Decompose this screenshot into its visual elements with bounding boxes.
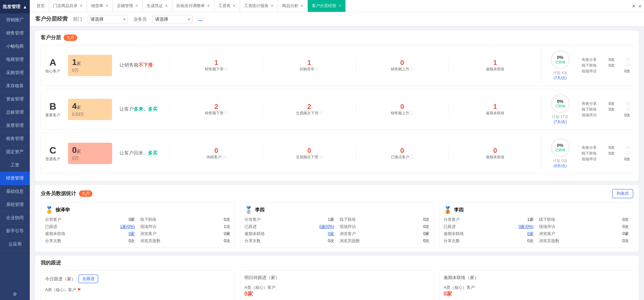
filter-bar: 客户分层经营 部门 请选择 业务员 请选择 ... — [30, 12, 644, 26]
tab-payroll[interactable]: 工资表 ✕ — [214, 0, 240, 12]
sidebar-item-marketing[interactable]: 营销推广 — [0, 14, 30, 27]
tier-a-stat-1: 1 销售额下滑 ⓘ — [170, 57, 263, 73]
sidebar: 批发管理 ▲ 营销推广 销售管理 小畅电商 电商管理 采购管理 库存核算 资金管… — [0, 0, 30, 300]
staff-stat-row: 浏览客户 0家 — [140, 231, 230, 237]
staff-stat-row: 分享次数 0次 — [45, 238, 135, 244]
tab-voucher[interactable]: 生成凭证 ✕ — [143, 0, 172, 12]
sidebar-item-inventory[interactable]: 库存核算 — [0, 79, 30, 93]
tab-sales-order[interactable]: 销货单 ✕ — [87, 0, 113, 12]
tab-close-sales-order[interactable]: ✕ — [105, 4, 108, 8]
tier-a-stat-3: 0 销售额上升 ⓘ — [356, 57, 449, 73]
staff-name-2: 🥈 李四 — [244, 206, 430, 214]
tab-product-analysis[interactable]: 商品分析 ✕ — [278, 0, 308, 12]
staff-label: 业务员 — [133, 16, 147, 22]
tab-payroll-report[interactable]: 工资统计报表 ✕ — [240, 0, 278, 12]
sidebar-item-management[interactable]: 经营管理 — [0, 172, 30, 185]
staff-medal-1: 🥇 — [45, 206, 53, 214]
tab-close-ar[interactable]: ✕ — [207, 4, 210, 8]
sidebar-item-basic[interactable]: 基础信息 — [0, 185, 30, 198]
tab-close-payroll[interactable]: ✕ — [233, 4, 236, 8]
tier-c-slogan: 让客户回来、多买 — [115, 150, 170, 156]
followup-grid: 今日跟进（家） 去跟进 A类（核心）客户 ⚑ 明日待跟进（家） A类（核心）客户… — [41, 270, 633, 300]
staff-stats-grid-3: 分管客户 1家 线下联络 0次 已跟进 0家(0%) 现场拜访 — [444, 217, 629, 244]
sidebar-item-cloud[interactable]: 云应用 — [0, 238, 30, 251]
tabs-actions: ✕ ≡ — [632, 3, 641, 9]
sidebar-item-system[interactable]: 系统管理 — [0, 198, 30, 211]
staff-name-1: 🥇 徐泽华 — [45, 206, 230, 214]
staff-stat-row: 分管客户 0家 — [45, 217, 135, 223]
staff-medal-2: 🥈 — [244, 206, 253, 214]
staff-select-wrap: 请选择 — [152, 15, 193, 23]
staff-stat-row: 线下联络 0次 — [140, 217, 230, 223]
page-title: 客户分层经营 — [35, 16, 68, 23]
sidebar-item-enterprise[interactable]: 企业协同 — [0, 211, 30, 225]
main-area: 首页 门店商品目录 ✕ 销货单 ✕ 店铺管理 ✕ 生成凭证 ✕ 应收应付调整单 … — [30, 0, 644, 300]
sidebar-item-small-ecommerce[interactable]: 小畅电商 — [0, 40, 30, 53]
tomorrow-count: 0家 — [244, 291, 430, 298]
tier-b-stat-1: 2 销售额下滑 ⓘ — [170, 101, 263, 117]
staff-name-3: 🥉 李四 — [444, 206, 629, 214]
dept-label: 部门 — [73, 16, 82, 22]
staff-grid: 🥇 徐泽华 分管客户 0家 线下联络 0次 已跟进 — [41, 202, 633, 248]
sidebar-item-hr[interactable]: 工资 — [0, 159, 30, 172]
followup-title: 我的跟进 — [41, 260, 633, 266]
staff-stats-header: 业务员数据统计 九月 列表式 — [41, 189, 633, 198]
tab-close-voucher[interactable]: ✕ — [165, 4, 168, 8]
sidebar-expand-icon[interactable]: ▲ — [23, 4, 27, 9]
sidebar-item-sales[interactable]: 销售管理 — [0, 27, 30, 40]
tier-a-stat-2: 1 回购异常 ⓘ — [263, 57, 356, 73]
tab-customer-tier[interactable]: 客户分层经营 ✕ — [308, 0, 346, 12]
tab-close-customer-tier[interactable]: ✕ — [338, 4, 341, 8]
sidebar-item-invoice[interactable]: 发票管理 — [0, 119, 30, 132]
sidebar-title: 批发管理 — [3, 4, 20, 10]
sidebar-item-finance[interactable]: 资金管理 — [0, 93, 30, 106]
tier-c-stat-4: 0 逾期未联络 — [449, 145, 542, 161]
sidebar-item-guide[interactable]: 新手引导 — [0, 225, 30, 238]
tab-close-product-analysis[interactable]: ✕ — [300, 4, 303, 8]
sidebar-item-ecommerce[interactable]: 电商管理 — [0, 53, 30, 66]
sidebar-item-assets[interactable]: 固定资产 — [0, 145, 30, 159]
tier-a-slogan: 让销售额不下滑 — [115, 62, 170, 68]
gear-icon: ⚙ — [13, 292, 17, 297]
today-followup-label: 今日跟进（家） — [45, 276, 76, 282]
tier-c-right-stats: 有效分享0次ⓘ 线下联络0次ⓘ 现场拜访0次 — [579, 144, 633, 163]
followup-today: 今日跟进（家） 去跟进 A类（核心）客户 ⚑ — [41, 270, 235, 300]
tier-c-stat-1: 0 休眠客户 ⓘ — [170, 145, 263, 161]
sidebar-item-general[interactable]: 总账管理 — [0, 106, 30, 119]
tier-b-count: 4家 0.53万 — [68, 99, 112, 120]
sidebar-item-tax[interactable]: 税务管理 — [0, 132, 30, 145]
goto-followup-button[interactable]: 去跟进 — [79, 275, 98, 283]
tab-close-store-products[interactable]: ✕ — [80, 4, 83, 8]
staff-stats-month: 九月 — [79, 190, 92, 197]
tab-home[interactable]: 首页 — [33, 0, 49, 12]
staff-stat-row: 已跟进 1家(0%) — [45, 224, 135, 230]
close-all-icon[interactable]: ✕ — [632, 3, 636, 9]
tab-close-store-mgmt[interactable]: ✕ — [135, 4, 138, 8]
followup-overdue: 逾期未联络（家） A类（核心）客户 0家 — [439, 270, 633, 300]
tab-ar[interactable]: 应收应付调整单 ✕ — [172, 0, 214, 12]
tier-b-stat-4: 1 逾期未联络 — [449, 101, 542, 117]
more-filters-btn[interactable]: ... — [198, 16, 202, 22]
tier-c-stat-2: 0 交易频次下滑 ⓘ — [263, 145, 356, 161]
tier-b-label: B 重要客户 — [41, 101, 65, 118]
staff-stats-section: 业务员数据统计 九月 列表式 🥇 徐泽华 分管客户 0家 — [35, 185, 639, 252]
sidebar-settings[interactable]: ⚙ — [0, 288, 30, 300]
list-view-button[interactable]: 列表式 — [612, 189, 633, 198]
today-followup-customer-type: A类（核心）客户 ⚑ — [45, 286, 230, 293]
staff-stats-grid-1: 分管客户 0家 线下联络 0次 已跟进 1家(0%) 现场拜访 — [45, 217, 230, 244]
tier-row-a: A 核心客户 1家 0万 让销售额不下滑 1 销售额下滑 ⓘ 1 回购异常 ⓘ — [41, 45, 633, 86]
tabs-more-icon[interactable]: ≡ — [639, 3, 641, 9]
tab-close-payroll-report[interactable]: ✕ — [271, 4, 274, 8]
staff-stats-grid-2: 分管客户 1家 线下联络 0次 已跟进 0家(0%) 现场拜访 — [244, 217, 430, 244]
staff-select[interactable]: 请选择 — [152, 15, 193, 23]
tab-store-products[interactable]: 门店商品目录 ✕ — [49, 0, 87, 12]
sidebar-item-purchase[interactable]: 采购管理 — [0, 66, 30, 79]
tier-b-slogan: 让客户多来、多买 — [115, 106, 170, 112]
staff-stat-row: 浏览页面数 0次 — [140, 238, 230, 244]
staff-stat-row: 逾期未联络 0家 — [45, 231, 135, 237]
tab-store-mgmt[interactable]: 店铺管理 ✕ — [113, 0, 143, 12]
tier-b-stat-3: 0 销售额上升 ⓘ — [356, 101, 449, 117]
customer-tiers-header: 客户分层 九月 — [41, 34, 633, 41]
staff-stat-row: 现场拜访 1次 — [140, 224, 230, 230]
dept-select[interactable]: 请选择 — [87, 15, 128, 23]
